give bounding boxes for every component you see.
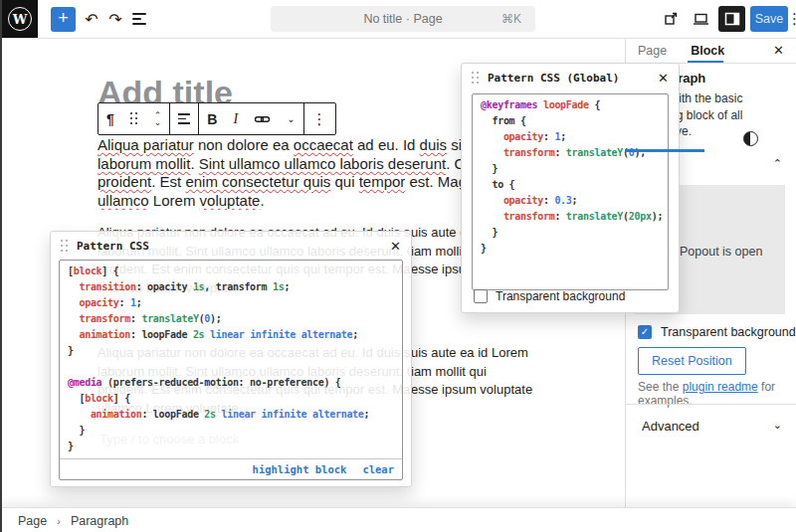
settings-sidebar-toggle[interactable]	[718, 6, 745, 32]
close-sidebar-icon[interactable]: ✕	[773, 43, 784, 58]
drag-dots-icon[interactable]	[472, 72, 480, 85]
text-line: proident. Est enim consectetur quis qui …	[98, 173, 461, 192]
move-up-down-icon: ⌃⌄	[154, 112, 162, 126]
css-code: [block] { transition: opacity 1s, transf…	[60, 261, 402, 461]
tab-page[interactable]: Page	[626, 38, 679, 63]
css-code: @keyframes loopFade { from { opacity: 1;…	[473, 94, 668, 264]
advanced-panel-toggle[interactable]: Advanced ⌄	[626, 405, 796, 448]
undo-icon: ↶	[85, 10, 98, 29]
options-menu-button[interactable]: ⋮	[787, 10, 796, 28]
transparent-background-option: Transparent background	[638, 325, 796, 339]
paragraph-block[interactable]: Aliqua pariatur non dolore ea occaecat a…	[98, 136, 461, 210]
code-line: transform: translateY(0);	[68, 313, 394, 329]
document-title: No title · Page	[363, 12, 442, 26]
redo-icon: ↷	[108, 10, 121, 29]
breadcrumb-paragraph[interactable]: Paragraph	[71, 514, 128, 528]
pattern-css-popout: Pattern CSS ✕ [block] { transition: opac…	[50, 231, 412, 487]
text-line: iam mollit qui	[411, 363, 532, 382]
external-link-icon	[663, 11, 679, 27]
text-line: esse ipsum voluptate	[411, 381, 532, 400]
code-line: }	[68, 345, 394, 361]
bold-button[interactable]: B	[199, 104, 225, 133]
link-button[interactable]	[246, 104, 279, 133]
code-line: }	[481, 163, 660, 179]
drag-dots-icon	[130, 112, 138, 125]
text-line: Aliqua pariatur non dolore ea occaecat a…	[98, 136, 461, 155]
sidebar-tabs: Page Block ✕	[626, 38, 796, 64]
wordpress-logo[interactable]: W	[2, 0, 38, 38]
text-line: ullamco Lorem voluptate.	[98, 192, 461, 211]
code-line: }	[68, 425, 394, 441]
code-line: opacity: 1;	[481, 131, 660, 147]
readme-prefix: See the	[638, 380, 683, 394]
block-toolbar: ¶ ⌃⌄ B I ⌄ ⋮	[98, 102, 336, 135]
undo-button[interactable]: ↶	[80, 7, 103, 31]
code-line: transition: opacity 1s, transform 1s;	[68, 281, 394, 297]
tab-block[interactable]: Block	[679, 38, 736, 63]
styles-contrast-icon[interactable]	[743, 131, 758, 146]
window-edge	[0, 0, 2, 532]
wordpress-w-icon: W	[8, 7, 32, 31]
css-code-editor[interactable]: @keyframes loopFade { from { opacity: 1;…	[472, 93, 669, 290]
reset-position-button[interactable]: Reset Position	[638, 347, 746, 375]
more-rich-text-button[interactable]: ⌄	[279, 104, 302, 133]
popout-title: Pattern CSS	[77, 240, 382, 253]
paragraph-fragment-lower: uis aute ea id Loremiam mollit quiesse i…	[411, 344, 532, 400]
redo-button[interactable]: ↷	[103, 7, 127, 31]
text-line: uis aute ea id Lorem	[411, 344, 532, 363]
code-line: opacity: 0.3;	[481, 195, 660, 211]
italic-button[interactable]: I	[225, 104, 246, 133]
block-options-button[interactable]: ⋮	[304, 104, 335, 133]
code-line: }	[68, 441, 394, 456]
move-block-buttons[interactable]: ⌃⌄	[146, 104, 170, 133]
panel-collapse-button[interactable]: ⌃	[773, 157, 782, 170]
chevron-up-icon: ⌃	[773, 157, 782, 169]
popout-header: Pattern CSS ✕	[51, 232, 411, 260]
editor-top-bar: W + ↶ ↷ No title · Page ⌘K	[0, 0, 796, 39]
chevron-down-icon: ⌄	[287, 113, 295, 124]
command-shortcut: ⌘K	[501, 12, 521, 26]
drag-dots-icon[interactable]	[61, 240, 69, 253]
code-line: @keyframes loopFade {	[481, 99, 660, 115]
active-tab-indicator	[688, 61, 723, 64]
close-icon[interactable]: ✕	[390, 239, 401, 254]
save-button[interactable]: Save	[750, 6, 788, 32]
code-line: from {	[481, 115, 660, 131]
breadcrumb-separator-icon: ›	[57, 515, 61, 527]
advanced-label: Advanced	[642, 419, 699, 434]
pattern-css-global-popout: Pattern CSS (Global) ✕ @keyframes loopFa…	[461, 63, 680, 313]
link-icon	[254, 111, 271, 127]
transparent-background-option: Transparent background	[474, 289, 625, 303]
align-text-icon	[178, 113, 190, 123]
add-block-button[interactable]: +	[51, 7, 76, 32]
popout-title: Pattern CSS (Global)	[488, 72, 650, 85]
css-code-editor[interactable]: [block] { transition: opacity 1s, transf…	[59, 260, 403, 480]
paragraph-block-button[interactable]: ¶	[99, 104, 122, 133]
chevron-down-icon: ⌄	[773, 419, 782, 432]
view-site-button[interactable]	[659, 7, 683, 31]
vertical-ellipsis-icon: ⋮	[312, 110, 327, 128]
laptop-icon	[693, 11, 709, 27]
checkbox-unchecked[interactable]	[474, 289, 488, 303]
highlight-block-link[interactable]: highlight block	[253, 463, 347, 475]
breadcrumb-page[interactable]: Page	[18, 514, 47, 528]
text-line: laborum mollit. Sint ullamco ullamco lab…	[98, 155, 461, 174]
breadcrumb-bar: Page › Paragraph	[0, 507, 796, 532]
checkbox-checked[interactable]	[638, 325, 652, 339]
clear-link[interactable]: clear	[362, 463, 394, 475]
checkbox-label: Transparent background	[496, 289, 625, 303]
vertical-ellipsis-icon: ⋮	[787, 10, 796, 27]
code-line: opacity: 1;	[68, 297, 394, 313]
code-line: to {	[481, 179, 660, 195]
checkbox-label: Transparent background	[661, 325, 796, 339]
code-line: [block] {	[68, 393, 394, 409]
code-editor-footer: highlight block clear	[60, 458, 402, 479]
plugin-readme-link[interactable]: plugin readme	[683, 380, 758, 394]
align-button[interactable]	[170, 104, 198, 133]
drag-handle[interactable]	[122, 104, 146, 133]
close-icon[interactable]: ✕	[658, 71, 669, 86]
document-title-bar[interactable]: No title · Page ⌘K	[271, 6, 535, 32]
preview-device-button[interactable]	[689, 7, 712, 31]
wordpress-block-editor: W + ↶ ↷ No title · Page ⌘K	[0, 0, 796, 532]
document-overview-button[interactable]	[127, 7, 151, 31]
